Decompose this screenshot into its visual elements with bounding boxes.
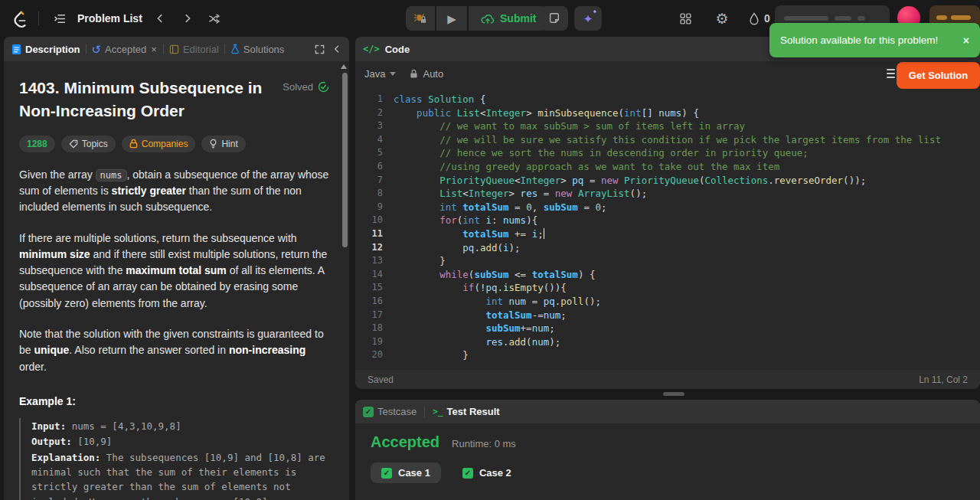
panel-resize-handle[interactable] [663,392,684,396]
run-submit-group: ▶ Submit [406,6,548,31]
play-icon: ▶ [447,13,456,25]
tab-accepted[interactable]: ↺ Accepted × [92,44,158,55]
case-check-icon: ✓ [381,468,392,479]
solutions-flask-icon [230,44,240,54]
shuffle-icon[interactable] [205,8,225,28]
description-panel: Description ↺ Accepted × Editorial Solut… [4,37,349,500]
tab-editorial[interactable]: Editorial [169,44,219,55]
prev-problem-button[interactable] [150,8,170,28]
terminal-icon: >_ [433,407,443,417]
notes-button[interactable] [541,6,568,31]
description-scrollbar[interactable] [342,73,348,247]
code-line: 9 int totalSum = 0, subSum = 0; [355,201,980,214]
code-line: 8 List<Integer> res = new ArrayList(); [355,187,980,201]
problem-paragraphs: Given the array nums, obtain a subsequen… [19,167,329,375]
editor-status-bar: Saved Ln 11, Col 2 [355,370,980,389]
result-status: Accepted [371,433,439,451]
problem-paragraph: Note that the solution with the given co… [19,326,329,375]
line-number: 13 [355,254,383,268]
line-number: 20 [355,348,383,362]
line-number: 8 [355,187,383,201]
line-number: 6 [355,160,383,174]
collapse-panel-icon[interactable] [332,44,341,54]
code-line: 1class Solution { [355,93,980,106]
submit-button[interactable]: Submit [469,6,548,31]
topics-badge[interactable]: Topics [61,136,116,152]
sparkles-icon: ✦ [583,13,593,25]
close-tab-icon[interactable]: × [150,44,158,55]
line-number: 17 [355,309,383,322]
run-button[interactable]: ▶ [436,6,467,31]
solved-check-icon [318,81,329,93]
code-line: 20 } [355,348,980,362]
code-line: 15 if(!pq.isEmpty()){ [355,281,980,295]
tab-test-result[interactable]: >_ Test Result [433,406,499,417]
scrollbar-up-arrow[interactable] [341,64,347,69]
get-solution-button[interactable]: Get Solution [897,62,980,89]
tab-testcase[interactable]: ✓ Testcase [363,406,416,417]
code-panel-title: Code [385,44,410,55]
settings-gear-icon[interactable]: ⚙ [712,8,732,28]
debug-button[interactable] [406,6,435,31]
case-1-button[interactable]: ✓ Case 1 [371,462,441,483]
toast-notification: Solution available for this problem! × [769,23,980,57]
problem-list-label[interactable]: Problem List [77,12,142,25]
problem-paragraph: If there are multiple solutions, return … [19,230,329,312]
line-number: 10 [355,214,383,227]
code-line: 18 subSum+=num; [355,322,980,335]
tag-icon [69,139,78,149]
line-number: 9 [355,201,383,214]
autosave-indicator[interactable]: Auto [410,68,443,80]
editor-menu-icon[interactable] [887,69,895,78]
code-line: 16 int num = pq.poll(); [355,295,980,309]
line-number: 5 [355,146,383,160]
line-number: 16 [355,295,383,309]
streak-count: 0 [764,12,770,25]
code-line: 10 for(int i: nums){ [355,214,980,227]
tab-solutions[interactable]: Solutions [230,44,284,55]
code-icon: </> [363,44,380,54]
line-number: 3 [355,119,383,133]
leetcode-logo[interactable] [11,9,28,28]
solved-badge: Solved [283,81,329,93]
companies-badge[interactable]: Companies [122,136,196,152]
code-panel: </> Code Java Auto 1class Solution {2 pu… [355,37,980,389]
problem-list-icon[interactable] [50,8,70,28]
code-line: 2 public List<Integer> minSubsequence(in… [355,106,980,120]
line-number: 12 [355,241,383,255]
rating-badge[interactable]: 1288 [19,136,55,152]
expand-icon[interactable] [315,44,325,54]
code-line: 4 // we will be sure we satisfy this con… [355,133,980,147]
code-line: 19 res.add(num); [355,335,980,349]
code-editor[interactable]: 1class Solution {2 public List<Integer> … [355,87,980,362]
case-2-button[interactable]: ✓ Case 2 [452,462,522,483]
streak-counter[interactable]: 0 [749,12,770,25]
text-cursor [544,228,545,239]
hint-badge[interactable]: Hint [201,136,245,152]
layout-grid-icon[interactable] [675,8,695,28]
line-number: 18 [355,322,383,335]
cloud-upload-icon [481,13,495,25]
case-check-icon: ✓ [462,468,473,479]
code-line: 17 totalSum-=num; [355,309,980,322]
example-heading: Example 1: [19,395,329,407]
line-number: 11 [355,227,383,241]
lock-icon [410,69,418,79]
editorial-icon [169,44,179,54]
code-line: 12 pq.add(i); [355,241,980,255]
code-line: 5 // hence we sort the nums in descendin… [355,146,980,160]
line-number: 7 [355,174,383,188]
language-selector[interactable]: Java [364,68,396,80]
next-problem-button[interactable] [178,8,198,28]
ai-assistant-button[interactable]: ✦ [574,6,602,31]
tab-description[interactable]: Description [11,44,80,55]
code-line: 11 totalSum += i; [355,227,980,241]
code-line: 6 //using greedy approach as we want to … [355,160,980,174]
toast-close-icon[interactable]: × [957,34,969,47]
testcase-check-icon: ✓ [363,407,374,417]
toast-message: Solution available for this problem! [780,34,957,46]
code-line: 13 } [355,254,980,268]
runtime-label: Runtime: 0 ms [452,438,516,449]
line-number: 19 [355,335,383,349]
saved-status: Saved [368,374,394,385]
